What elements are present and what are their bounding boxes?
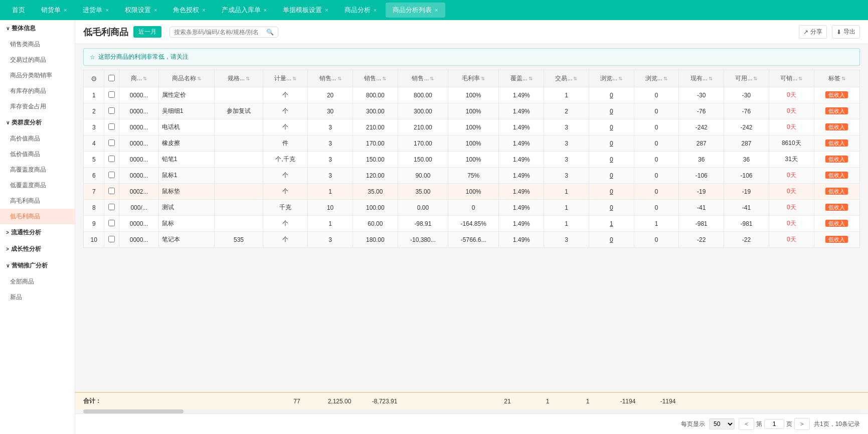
per-page-select[interactable]: 50 100 200: [709, 418, 735, 429]
nav-close-icon[interactable]: ×: [202, 7, 205, 13]
cell-checkbox[interactable]: [104, 119, 119, 135]
col-header-current_stock[interactable]: 现有...⇅: [679, 70, 724, 87]
nav-close-icon[interactable]: ×: [325, 7, 328, 13]
prev-page-button[interactable]: ＜: [739, 418, 754, 430]
nav-close-icon[interactable]: ×: [64, 7, 67, 13]
col-header-settings[interactable]: ⚙: [84, 70, 104, 87]
cell-checkbox[interactable]: [104, 200, 119, 216]
share-button[interactable]: ↗ 分享: [799, 25, 827, 39]
view-link[interactable]: 0: [610, 172, 613, 179]
col-header-name[interactable]: 商品名称⇅: [158, 70, 215, 87]
search-input[interactable]: [174, 29, 264, 36]
row-checkbox[interactable]: [108, 220, 115, 226]
col-header-view2[interactable]: 浏览...⇅: [634, 70, 679, 87]
col-header-available_stock[interactable]: 可用...⇅: [724, 70, 769, 87]
view-link[interactable]: 0: [610, 156, 613, 163]
row-checkbox[interactable]: [108, 236, 115, 242]
nav-close-icon[interactable]: ×: [105, 7, 108, 13]
cell-checkbox[interactable]: [104, 87, 119, 103]
col-header-sales_qty[interactable]: 销售...⇅: [308, 70, 353, 87]
col-header-view1[interactable]: 浏览...⇅: [589, 70, 634, 87]
nav-item-进货单[interactable]: 进货单×: [76, 3, 115, 18]
cell-checkbox[interactable]: [104, 232, 119, 248]
nav-close-icon[interactable]: ×: [264, 7, 267, 13]
row-checkbox[interactable]: [108, 91, 115, 98]
row-checkbox[interactable]: [108, 172, 115, 178]
period-button[interactable]: 近一月: [133, 26, 161, 38]
sidebar-item-高覆盖度商品[interactable]: 高覆盖度商品: [0, 162, 75, 178]
sidebar-group-title-类群度分析[interactable]: ∨ 类群度分析: [0, 114, 75, 131]
nav-item-产成品入库单[interactable]: 产成品入库单×: [215, 3, 274, 18]
cell-view1[interactable]: 0: [589, 119, 634, 135]
sidebar-item-低覆盖度商品[interactable]: 低覆盖度商品: [0, 178, 75, 193]
col-header-sales_profit[interactable]: 销售...⇅: [398, 70, 448, 87]
col-header-gross_margin[interactable]: 毛利率⇅: [448, 70, 499, 87]
view-link[interactable]: 0: [610, 92, 613, 99]
col-header-unit[interactable]: 计量...⇅: [263, 70, 308, 87]
sidebar-item-低毛利商品[interactable]: 低毛利商品: [0, 209, 75, 224]
cell-checkbox[interactable]: [104, 216, 119, 232]
nav-close-icon[interactable]: ×: [435, 7, 438, 13]
view-link[interactable]: 0: [610, 108, 613, 115]
view-link[interactable]: 1: [610, 220, 613, 227]
cell-view1[interactable]: 0: [589, 103, 634, 119]
nav-item-权限设置[interactable]: 权限设置×: [118, 3, 164, 18]
nav-item-角色授权[interactable]: 角色授权×: [166, 3, 212, 18]
view-link[interactable]: 0: [610, 236, 613, 243]
col-header-spec[interactable]: 规格...⇅: [215, 70, 263, 87]
nav-close-icon[interactable]: ×: [374, 7, 377, 13]
view-link[interactable]: 0: [610, 204, 613, 211]
row-checkbox[interactable]: [108, 139, 115, 146]
view-link[interactable]: 0: [610, 124, 613, 131]
sidebar-group-title-成长性分析[interactable]: > 成长性分析: [0, 241, 75, 257]
sidebar-item-高价值商品[interactable]: 高价值商品: [0, 131, 75, 147]
sidebar-item-新品[interactable]: 新品: [0, 290, 75, 305]
nav-item-首页[interactable]: 首页: [5, 3, 32, 18]
cell-checkbox[interactable]: [104, 152, 119, 168]
sidebar-group-title-整体信息[interactable]: ∨ 整体信息: [0, 20, 75, 37]
row-checkbox[interactable]: [108, 188, 115, 194]
cell-checkbox[interactable]: [104, 168, 119, 184]
row-checkbox[interactable]: [108, 204, 115, 210]
cell-view1[interactable]: 0: [589, 87, 634, 103]
cell-view1[interactable]: 0: [589, 152, 634, 168]
sidebar-item-交易过的商品[interactable]: 交易过的商品: [0, 52, 75, 68]
sidebar-item-销售类商品[interactable]: 销售类商品: [0, 37, 75, 52]
horizontal-scrollbar[interactable]: [83, 409, 860, 413]
nav-item-商品分析列表[interactable]: 商品分析列表×: [386, 3, 445, 18]
row-checkbox[interactable]: [108, 156, 115, 162]
sidebar-item-高毛利商品[interactable]: 高毛利商品: [0, 193, 75, 209]
sidebar-item-商品分类助销率[interactable]: 商品分类助销率: [0, 68, 75, 83]
cell-view1[interactable]: 0: [589, 232, 634, 248]
cell-checkbox[interactable]: [104, 135, 119, 152]
next-page-button[interactable]: ＞: [794, 418, 810, 430]
col-header-sales_amount[interactable]: 销售...⇅: [353, 70, 398, 87]
cell-checkbox[interactable]: [104, 103, 119, 119]
export-button[interactable]: ⬇ 导出: [832, 25, 860, 39]
nav-item-销货单[interactable]: 销货单×: [34, 3, 74, 18]
page-number-input[interactable]: [764, 419, 784, 429]
sidebar-item-库存资金占用[interactable]: 库存资金占用: [0, 99, 75, 114]
sidebar-item-全部商品[interactable]: 全部商品: [0, 274, 75, 290]
scrollbar-thumb[interactable]: [83, 409, 184, 413]
cell-view1[interactable]: 0: [589, 200, 634, 216]
cell-view1[interactable]: 0: [589, 168, 634, 184]
row-checkbox[interactable]: [108, 107, 115, 114]
row-checkbox[interactable]: [108, 123, 115, 130]
col-header-tag[interactable]: 标签⇅: [814, 70, 859, 87]
sidebar-item-有库存的商品[interactable]: 有库存的商品: [0, 83, 75, 99]
cell-view1[interactable]: 1: [589, 216, 634, 232]
view-link[interactable]: 0: [610, 188, 613, 195]
select-all-checkbox[interactable]: [108, 75, 115, 81]
sidebar-item-低价值商品[interactable]: 低价值商品: [0, 147, 75, 162]
col-header-sellable_days[interactable]: 可销...⇅: [769, 70, 814, 87]
settings-icon[interactable]: ⚙: [91, 75, 97, 83]
cell-view1[interactable]: 0: [589, 184, 634, 200]
col-header-code[interactable]: 商...⇅: [119, 70, 158, 87]
cell-view1[interactable]: 0: [589, 135, 634, 152]
view-link[interactable]: 0: [610, 140, 613, 147]
sidebar-group-title-流通性分析[interactable]: > 流通性分析: [0, 224, 75, 241]
col-header-transaction[interactable]: 交易...⇅: [544, 70, 589, 87]
nav-item-商品分析[interactable]: 商品分析×: [337, 3, 384, 18]
search-icon[interactable]: 🔍: [266, 29, 274, 36]
